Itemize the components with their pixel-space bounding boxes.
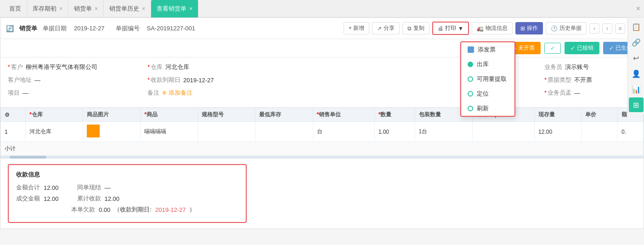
invoice-menu-label: 添发票: [478, 46, 496, 54]
share-button[interactable]: ↗ 分享: [372, 22, 400, 34]
payment-row-3: 本单欠款 0.00 （收款到期日: 2019-12-27 ）: [16, 205, 238, 214]
tab-view-sales[interactable]: 查看销货单 ×: [151, 0, 198, 17]
right-icon-return[interactable]: ↩: [629, 51, 644, 65]
tab-sales-history-close[interactable]: ×: [142, 6, 145, 12]
same-order-label: 同单现结: [77, 183, 101, 192]
tab-inventory[interactable]: 库存期初 ×: [27, 0, 68, 17]
action-bar: 📱 来自手机 ● 未开票 ✓ ✓ 已核销 ✓ 已生效: [0, 39, 644, 57]
outbound-menu-icon: [468, 62, 473, 67]
nav-next-button[interactable]: ›: [602, 23, 612, 34]
subtotal-row: 小计: [1, 142, 644, 156]
invoice-status-label: 未开票: [518, 44, 535, 52]
history-button[interactable]: 🕐 历史单据: [546, 22, 587, 34]
col-image: 商品图片: [83, 108, 141, 122]
tab-sales-close[interactable]: ×: [95, 6, 98, 12]
print-button[interactable]: 🖨 打印 ▼: [432, 22, 469, 35]
col-unit-price: 单价: [582, 108, 618, 122]
tab-sales-history[interactable]: 销货单历史 ×: [104, 0, 151, 17]
col-min-stock: 最低库存: [255, 108, 313, 122]
due-value: 0.00: [99, 206, 110, 213]
scrollbar-thumb[interactable]: [10, 156, 46, 159]
operation-button[interactable]: ⊞ 操作: [515, 22, 543, 34]
invoice-label: 票据类型: [544, 76, 571, 84]
form-row-1: 客户 柳州粤港平安气体有限公司 仓库 河北仓库 业务员 演示账号: [8, 63, 636, 71]
cell-current-stock: 12.00: [535, 122, 582, 142]
locate-menu-label: 定位: [477, 90, 489, 98]
dropdown-item-locate[interactable]: 定位: [461, 86, 514, 101]
staff-value: 演示账号: [565, 63, 589, 71]
invoice-value: 不开票: [574, 76, 592, 84]
payment-row-2: 成交金额 12.00 累计收款 12.00: [16, 194, 238, 203]
due-note: （收款到期日:: [114, 205, 152, 214]
cell-unit-price: [582, 122, 618, 142]
copy-button[interactable]: ⧉ 复制: [402, 22, 429, 34]
payment-date-field: 收款到期日 2019-12-27: [147, 76, 239, 84]
project-field: 项目 —: [8, 89, 100, 97]
table-scrollbar[interactable]: [0, 156, 644, 159]
accumulated-item: 累计收款 12.00: [77, 194, 120, 203]
due-note-end: ）: [189, 205, 195, 214]
operation-dropdown: 添发票 出库 可用量提取 定位 刷新: [460, 41, 515, 117]
settings-icon[interactable]: ⚙: [5, 112, 10, 118]
dropdown-item-invoice[interactable]: 添发票: [461, 42, 514, 57]
dropdown-item-available[interactable]: 可用量提取: [461, 72, 514, 86]
col-product: *商品: [141, 108, 198, 122]
product-image: [87, 125, 100, 137]
verify-button[interactable]: ✓: [544, 43, 561, 54]
add-memo-button[interactable]: ⊕ 添加备注: [162, 89, 192, 97]
total-amount-value: 12.00: [44, 184, 59, 191]
cell-amount: 0.: [618, 122, 644, 142]
right-icon-user[interactable]: 👤: [629, 66, 644, 81]
col-settings: ⚙: [1, 108, 26, 122]
add-memo-label: 添加备注: [169, 89, 192, 96]
due-date: 2019-12-27: [155, 206, 186, 213]
checked-label: 已核销: [577, 44, 593, 52]
print-icon: 🖨: [438, 25, 443, 32]
tab-bar: 首页 库存期初 × 销货单 × 销货单历史 × 查看销货单 × ×: [0, 0, 644, 17]
cell-spec: [198, 122, 255, 142]
date-label: 单据日期: [43, 24, 67, 33]
tab-inventory-label: 库存期初: [33, 5, 56, 13]
customer-label: 客户: [8, 63, 23, 71]
logistics-button[interactable]: 🚛 物流信息: [472, 22, 513, 34]
toolbar: + 新增 ↗ 分享 ⧉ 复制 🖨 打印 ▼ 🚛 物流信息: [344, 22, 638, 35]
number-label: 单据编号: [116, 24, 140, 33]
right-panel: 📋 🔗 ↩ 👤 📊 ⊞: [627, 17, 644, 114]
transaction-value: 12.00: [44, 195, 59, 202]
same-order-item: 同单现结 —: [77, 183, 111, 192]
col-warehouse: *仓库: [25, 108, 83, 122]
tab-sales[interactable]: 销货单 ×: [68, 0, 104, 17]
right-icon-edit[interactable]: 📋: [629, 19, 644, 34]
history-label: 历史单据: [559, 24, 582, 32]
copy-icon: ⧉: [407, 25, 412, 32]
dropdown-item-refresh[interactable]: 刷新: [461, 101, 514, 116]
global-close-button[interactable]: ×: [636, 5, 640, 13]
tab-home[interactable]: 首页: [4, 0, 27, 17]
tab-view-sales-close[interactable]: ×: [189, 6, 192, 12]
payment-row-1: 金额合计 12.00 同单现结 —: [16, 183, 238, 192]
cell-unit: 台: [313, 122, 374, 142]
checked-icon: ✓: [571, 45, 575, 51]
same-order-value: —: [105, 184, 111, 191]
address-field: 客户地址 —: [8, 76, 100, 84]
nav-prev-button[interactable]: ‹: [589, 23, 599, 34]
share-icon: ↗: [377, 25, 382, 32]
add-button[interactable]: + 新增: [344, 22, 369, 34]
right-icon-expand[interactable]: ⊞: [629, 97, 644, 112]
right-icon-chart[interactable]: 📊: [629, 82, 644, 97]
customer-value: 柳州粤港平安气体有限公司: [26, 63, 97, 71]
sales-order-icon: 🔄: [6, 25, 14, 32]
cell-no: 1: [1, 122, 26, 142]
tab-inventory-close[interactable]: ×: [59, 6, 62, 12]
view-list-button[interactable]: ≡: [615, 23, 625, 34]
right-icon-link[interactable]: 🔗: [629, 35, 644, 50]
table-row: 1 河北仓库 嗝嗝嗝嗝 台 1.00 1台 12.00: [1, 122, 644, 142]
staff-label: 业务员: [544, 63, 562, 71]
payment-date-value: 2019-12-27: [183, 77, 214, 84]
refresh-menu-icon: [468, 106, 473, 111]
checked-button[interactable]: ✓ 已核销: [565, 42, 599, 54]
col-spec: 规格型号: [198, 108, 255, 122]
memo-label: 备注: [147, 89, 159, 97]
dropdown-item-outbound[interactable]: 出库: [461, 57, 514, 72]
project-label: 项目: [8, 89, 20, 97]
